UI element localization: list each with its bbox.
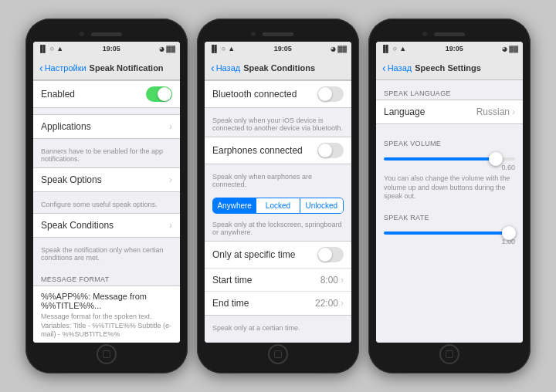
slider-track [384, 157, 515, 161]
home-button[interactable] [97, 344, 117, 364]
phone-bottom [205, 343, 351, 366]
toggle-row[interactable]: Enabled [33, 81, 180, 107]
status-signal: ▐▌ ○ ▲ [381, 45, 406, 52]
phone-top [376, 26, 523, 42]
settings-group: Bluetooth connected [205, 80, 351, 108]
location-icon: ▲ [56, 45, 63, 52]
back-button[interactable]: ‹ Назад [211, 62, 240, 74]
seg-option-1[interactable]: Locked [256, 198, 300, 213]
slider-track [384, 231, 515, 235]
phone-camera [80, 32, 84, 36]
nav-bar: ‹ Назад Speech Settings [376, 56, 523, 80]
toggle-switch[interactable] [317, 143, 344, 158]
row-label: Enabled [41, 89, 75, 100]
phone-2: ▐▌ ○ ▲ 19:05 ◕ ▓▓ ‹ Назад Speak Conditio… [197, 19, 359, 373]
back-button[interactable]: ‹ Назад [382, 62, 412, 74]
toggle-row[interactable]: Only at specific time [205, 242, 351, 269]
signal-bars: ▐▌ [209, 45, 219, 52]
nav-row[interactable]: Applications › [33, 115, 180, 138]
row-label: Only at specific time [212, 249, 295, 260]
value-text: 22:00 [315, 298, 338, 309]
nav-bar: ‹ Настройки Speak Notification [33, 56, 180, 80]
status-battery: ◕ ▓▓ [502, 46, 518, 52]
row-label: End time [212, 298, 249, 309]
chevron-right-icon: › [512, 106, 515, 117]
row-label: Language [384, 106, 425, 117]
screen-content: SPEAK LANGUAGE Language Russian › SPEAK … [376, 80, 523, 343]
settings-group: Only at specific time Start time 8:00 › … [205, 241, 351, 316]
screen-content: Enabled Applications › Banners have to b… [33, 80, 180, 343]
status-battery: ◕ ▓▓ [159, 46, 175, 52]
nav-row[interactable]: Speak Options › [33, 168, 180, 191]
seg-option-0[interactable]: Anywhere [213, 198, 256, 213]
row-label: Applications [41, 121, 91, 132]
phone-3: ▐▌ ○ ▲ 19:05 ◕ ▓▓ ‹ Назад Speech Setting… [368, 19, 531, 373]
phones-container: ▐▌ ○ ▲ 19:05 ◕ ▓▓ ‹ Настройки Speak Noti… [18, 11, 538, 381]
section-caption: Banners have to be enabled for the app n… [33, 145, 180, 167]
nav-value-row[interactable]: Language Russian › [376, 100, 523, 123]
phone-1: ▐▌ ○ ▲ 19:05 ◕ ▓▓ ‹ Настройки Speak Noti… [25, 19, 188, 373]
settings-group: Speak Options › [33, 167, 180, 192]
battery-icon: ▓▓ [509, 46, 518, 52]
section-header: SPEAK VOLUME [376, 130, 523, 150]
message-format-box: %%APP%%: Message from %%TITLE%%...Messag… [33, 286, 180, 343]
home-button[interactable] [268, 344, 288, 364]
toggle-row[interactable]: Earphones connected [205, 137, 351, 164]
phone-screen: ▐▌ ○ ▲ 19:05 ◕ ▓▓ ‹ Назад Speech Setting… [376, 42, 523, 343]
status-battery: ◕ ▓▓ [331, 46, 347, 52]
seg-option-2[interactable]: Unlocked [300, 198, 343, 213]
speak-caption: You can also change the volume with the … [376, 173, 523, 204]
nav-value-row[interactable]: End time 22:00 › [205, 292, 351, 315]
home-button-inner [274, 350, 282, 358]
back-chevron-icon: ‹ [211, 62, 215, 74]
slider-container[interactable]: 1.00 [376, 224, 523, 247]
status-signal: ▐▌ ○ ▲ [38, 45, 63, 52]
status-time: 19:05 [446, 45, 463, 52]
signal-bars: ▐▌ [38, 45, 48, 52]
section-header: SPEAK LANGUAGE [376, 80, 523, 100]
phone-speaker [263, 32, 293, 36]
phone-speaker [91, 32, 122, 36]
back-label: Назад [216, 63, 241, 73]
nav-bar: ‹ Назад Speak Conditions [205, 56, 351, 80]
phone-top [205, 26, 351, 42]
chevron-right-icon: › [341, 275, 344, 286]
back-chevron-icon: ‹ [382, 62, 386, 74]
row-label: Earphones connected [212, 145, 303, 156]
slider-container[interactable]: 0.60 [376, 150, 523, 173]
nav-value-row[interactable]: Start time 8:00 › [205, 269, 351, 292]
toggle-switch[interactable] [317, 86, 344, 102]
row-value: Russian › [476, 106, 515, 117]
row-value: › [169, 174, 172, 185]
row-value: 8:00 › [320, 275, 344, 286]
message-main-text: %%APP%%: Message from %%TITLE%%... [41, 292, 172, 310]
status-time: 19:05 [274, 45, 292, 52]
home-button[interactable] [439, 344, 459, 364]
nav-title: Speak Notification [90, 63, 164, 73]
section-header: SPEAK RATE [376, 204, 523, 224]
wifi-icon: ○ [222, 45, 225, 52]
toggle-switch[interactable] [146, 86, 172, 102]
segmented-control[interactable]: AnywhereLockedUnlocked [212, 198, 344, 214]
back-button[interactable]: ‹ Настройки [39, 62, 86, 74]
nav-title: Speech Settings [415, 63, 481, 73]
toggle-knob [158, 87, 171, 101]
wifi-icon: ○ [50, 45, 54, 52]
slider-thumb[interactable] [502, 226, 516, 240]
section-caption: Speak only when your iOS device is conne… [205, 114, 351, 137]
toggle-row[interactable]: Bluetooth connected [205, 81, 351, 107]
phone-screen: ▐▌ ○ ▲ 19:05 ◕ ▓▓ ‹ Настройки Speak Noti… [33, 42, 180, 343]
settings-group: Enabled [33, 80, 180, 108]
bluetooth-icon: ◕ [331, 46, 336, 52]
section-caption: Speak only at a certian time. [205, 322, 351, 336]
slider-fill [384, 157, 496, 161]
nav-row[interactable]: Speak Conditions › [33, 214, 180, 237]
chevron-right-icon: › [169, 174, 172, 185]
value-text: Russian [476, 106, 510, 117]
settings-group: Applications › [33, 114, 180, 139]
section-caption: Speak the notification only when certian… [33, 244, 180, 266]
toggle-switch[interactable] [317, 247, 344, 262]
slider-thumb[interactable] [489, 152, 503, 166]
location-icon: ▲ [228, 45, 235, 52]
phone-screen: ▐▌ ○ ▲ 19:05 ◕ ▓▓ ‹ Назад Speak Conditio… [205, 42, 351, 343]
